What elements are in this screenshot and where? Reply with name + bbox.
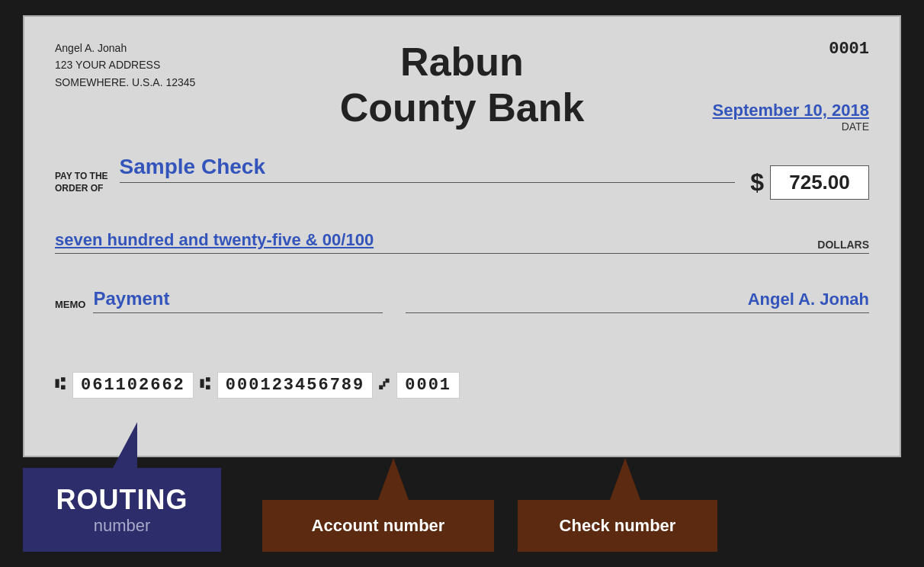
check-number-text: Check number bbox=[560, 516, 676, 536]
micr-check-number: 0001 bbox=[396, 372, 460, 399]
signature-value: Angel A. Jonah bbox=[406, 290, 869, 309]
pay-to-line: Sample Check bbox=[120, 182, 736, 183]
micr-routing-left-symbol: ⑆ bbox=[55, 376, 66, 395]
check-image: 0001 Angel A. Jonah 123 YOUR ADDRESS SOM… bbox=[23, 15, 901, 457]
bank-name: Rabun County Bank bbox=[340, 40, 585, 131]
micr-routing-number: 061102662 bbox=[72, 372, 194, 399]
memo-section: MEMO Payment Angel A. Jonah bbox=[55, 299, 869, 313]
routing-sub: number bbox=[94, 516, 151, 536]
memo-line: Payment bbox=[93, 312, 383, 313]
pay-to-section: PAY TO THEORDER OF Sample Check $ 725.00 bbox=[55, 165, 869, 200]
account-number-text: Account number bbox=[312, 516, 445, 536]
pay-to-label: PAY TO THEORDER OF bbox=[55, 171, 108, 194]
check-arrow bbox=[610, 458, 640, 500]
micr-account-symbol: ⑇ bbox=[379, 376, 390, 395]
account-number-label: Account number bbox=[262, 500, 494, 552]
micr-routing-right-symbol: ⑆ bbox=[200, 376, 211, 395]
routing-title: ROUTING bbox=[56, 484, 188, 516]
routing-label: ROUTING number bbox=[23, 468, 221, 552]
routing-arrow bbox=[113, 422, 137, 468]
memo-value: Payment bbox=[93, 288, 169, 309]
date-value: September 10, 2018 bbox=[713, 101, 869, 120]
payer-name: Angel A. Jonah bbox=[55, 40, 195, 56]
account-arrow bbox=[378, 458, 409, 500]
amount-box: 725.00 bbox=[770, 165, 869, 200]
date-area: September 10, 2018 DATE bbox=[713, 101, 869, 133]
memo-label: MEMO bbox=[55, 299, 85, 310]
written-amount-value: seven hundred and twenty-five & 00/100 bbox=[55, 230, 374, 249]
check-number-top: 0001 bbox=[829, 40, 869, 59]
signature-line: Angel A. Jonah bbox=[406, 312, 869, 313]
written-amount-line: seven hundred and twenty-five & 00/100 D… bbox=[55, 230, 869, 254]
written-amount-section: seven hundred and twenty-five & 00/100 D… bbox=[55, 230, 869, 254]
micr-section: ⑆ 061102662 ⑆ 000123456789 ⑇ 0001 bbox=[55, 372, 869, 399]
check-number-label: Check number bbox=[518, 500, 717, 552]
micr-account-number: 000123456789 bbox=[217, 372, 373, 399]
payer-info: Angel A. Jonah 123 YOUR ADDRESS SOMEWHER… bbox=[55, 40, 195, 91]
payer-address2: SOMEWHERE. U.S.A. 12345 bbox=[55, 74, 195, 91]
date-label: DATE bbox=[713, 120, 869, 133]
dollar-box: $ 725.00 bbox=[750, 165, 869, 200]
pay-to-value: Sample Check bbox=[120, 155, 265, 179]
dollars-label: DOLLARS bbox=[817, 239, 869, 251]
payer-address1: 123 YOUR ADDRESS bbox=[55, 56, 195, 73]
dollar-sign: $ bbox=[750, 168, 764, 197]
